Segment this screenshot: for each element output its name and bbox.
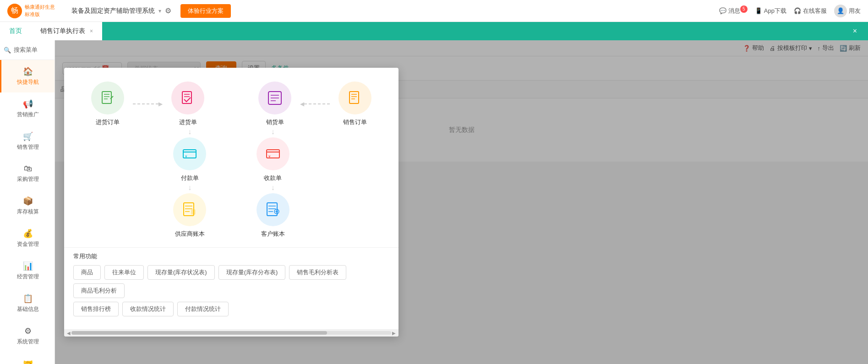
sidebar-item-quicknav[interactable]: 🏠 快捷导航 (0, 60, 55, 92)
flow-node-sale-bill[interactable]: 销货单 (250, 81, 300, 126)
top-header: 畅 畅康通好生意 标准版 装备及固定资产辅助管理系统 ▾ ⚙ 体验行业方案 💬 … (0, 0, 868, 22)
supplier-account-label: 供应商账本 (175, 230, 205, 238)
sidebar-item-inventory[interactable]: 📦 库存核算 (0, 190, 55, 222)
try-btn[interactable]: 体验行业方案 (180, 4, 231, 18)
func-btn-stock-status[interactable]: 现存量(库存状况表) (147, 265, 215, 280)
service-icon: 🎧 (794, 7, 801, 14)
svg-text:¥: ¥ (268, 154, 271, 158)
down-arrow-receipt: ↓ (271, 184, 275, 191)
username: 用友 (849, 7, 861, 15)
common-func-title: 常用功能 (73, 252, 389, 261)
flow-node-supplier-account[interactable]: 供应商账本 (166, 193, 214, 238)
flow-node-purchase-bill[interactable]: 进货单 (163, 81, 213, 126)
func-btn-sales-rank[interactable]: 销售排行榜 (73, 302, 119, 316)
sidebar-item-marketing[interactable]: 📢 营销推广 (0, 92, 55, 125)
online-service-btn[interactable]: 🎧 在线客服 (794, 7, 827, 15)
flow-node-payment[interactable]: ¥ 付款单 (166, 137, 214, 182)
flow-area: 进货订单 ▶ 进货单 (64, 68, 399, 247)
sidebar-item-collab[interactable]: 🤝 企业协同 (0, 352, 55, 364)
sidebar-item-basic-label: 基础信息 (17, 305, 39, 313)
online-service-label: 在线客服 (803, 7, 827, 15)
inventory-icon: 📦 (23, 196, 33, 206)
tab-home[interactable]: 首页 (0, 22, 31, 40)
down-arrow-pb: ↓ (188, 128, 191, 136)
scroll-left-arrow[interactable]: ◀ (66, 331, 71, 336)
func-btn-counterpart[interactable]: 往来单位 (104, 265, 144, 280)
gear-icon[interactable]: ⚙ (165, 6, 171, 15)
func-btn-product[interactable]: 商品 (73, 265, 101, 280)
search-menu[interactable]: 🔍 搜索菜单 (0, 40, 55, 60)
sidebar: 🔍 搜索菜单 🏠 快捷导航 📢 营销推广 🛒 销售管理 🛍 采购管理 📦 库存核… (0, 40, 55, 364)
search-icon: 🔍 (4, 47, 11, 54)
supplier-account-icon (173, 193, 206, 226)
flow-row-1: 进货订单 ▶ 进货单 (82, 81, 380, 126)
download-icon: 📱 (755, 7, 762, 14)
dropdown-arrow-icon[interactable]: ▾ (158, 8, 161, 14)
avatar: 👤 (834, 5, 847, 17)
collab-icon: 🤝 (23, 359, 33, 364)
receipt-icon: ¥ (257, 137, 289, 170)
main-layout: 🔍 搜索菜单 🏠 快捷导航 📢 营销推广 🛒 销售管理 🛍 采购管理 📦 库存核… (0, 40, 868, 364)
marketing-icon: 📢 (23, 99, 33, 109)
modal-overlay[interactable]: 进货订单 ▶ 进货单 (55, 40, 868, 364)
message-btn[interactable]: 💬 消息 5 (719, 7, 748, 15)
sidebar-item-finance[interactable]: 💰 资金管理 (0, 222, 55, 255)
message-icon: 💬 (719, 7, 726, 14)
func-btn-stock-dist[interactable]: 现存量(库存分布表) (218, 265, 286, 280)
svg-rect-25 (191, 210, 195, 214)
flow-row-arrows-down2: ↓ ↓ (82, 184, 380, 191)
func-btns-row2: 销售排行榜 收款情况统计 付款情况统计 (73, 302, 389, 316)
svg-rect-0 (102, 92, 111, 103)
flow-node-customer-account[interactable]: 客户账本 (249, 193, 297, 238)
receipt-label: 收款单 (264, 174, 282, 182)
sale-bill-icon (258, 81, 291, 114)
sidebar-item-purchase[interactable]: 🛍 采购管理 (0, 158, 55, 190)
sale-bill-label: 销货单 (266, 118, 284, 126)
flow-row-2: ¥ 付款单 ¥ 收款单 (82, 137, 380, 182)
sidebar-item-system[interactable]: ⚙ 系统管理 (0, 320, 55, 352)
flow-node-sale-order[interactable]: 销售订单 (330, 81, 380, 126)
sidebar-item-sales[interactable]: 🛒 销售管理 (0, 125, 55, 158)
close-all-btn[interactable]: × (849, 27, 861, 35)
app-download-btn[interactable]: 📱 App下载 (755, 7, 786, 15)
arrow-sb-to-so: ◀ (300, 101, 330, 107)
func-btn-product-profit[interactable]: 商品毛利分析 (73, 283, 125, 298)
logo-text: 畅康通好生意 标准版 (25, 4, 55, 18)
app-download-label: App下载 (764, 7, 786, 15)
purchase-icon: 🛍 (24, 164, 32, 174)
svg-rect-11 (349, 92, 359, 103)
sidebar-item-quicknav-label: 快捷导航 (17, 78, 39, 86)
func-btn-sales-profit[interactable]: 销售毛利分析表 (289, 265, 346, 280)
modal-scrollbar[interactable]: ◀ ▶ (64, 329, 399, 337)
message-label: 消息 (728, 7, 740, 15)
flow-node-receipt[interactable]: ¥ 收款单 (249, 137, 297, 182)
customer-account-icon (257, 193, 289, 226)
scroll-thumb[interactable] (71, 331, 327, 335)
flow-node-purchase-order[interactable]: 进货订单 (82, 81, 133, 126)
search-menu-label: 搜索菜单 (14, 46, 38, 54)
system-name-area: 装备及固定资产辅助管理系统 ▾ ⚙ 体验行业方案 (71, 4, 719, 18)
sidebar-item-operation[interactable]: 📊 经营管理 (0, 255, 55, 287)
func-btn-payment-stats[interactable]: 付款情况统计 (177, 302, 229, 316)
sidebar-item-basic[interactable]: 📋 基础信息 (0, 287, 55, 320)
modal-dialog: 进货订单 ▶ 进货单 (64, 68, 399, 337)
basic-icon: 📋 (23, 293, 33, 304)
tab-close-icon[interactable]: × (90, 28, 93, 34)
sale-order-icon (338, 81, 371, 114)
sidebar-item-system-label: 系统管理 (17, 338, 39, 346)
sidebar-item-sales-label: 销售管理 (17, 143, 39, 151)
content-area: ❓ 帮助 🖨 按模板打印 ▾ ↑ 导出 🔄 刷新 (55, 40, 868, 364)
purchase-order-icon (91, 81, 124, 114)
scroll-right-arrow[interactable]: ▶ (391, 331, 397, 336)
logo-icon: 畅 (7, 4, 22, 18)
purchase-bill-icon (171, 81, 204, 114)
purchase-bill-label: 进货单 (179, 118, 197, 126)
header-right: 💬 消息 5 📱 App下载 🎧 在线客服 👤 用友 (719, 5, 861, 17)
user-area[interactable]: 👤 用友 (834, 5, 861, 17)
nav-tabs: 首页 销售订单执行表 × × (0, 22, 868, 40)
scroll-track[interactable] (71, 331, 391, 335)
sales-icon: 🛒 (23, 131, 33, 141)
func-btn-receipt-stats[interactable]: 收款情况统计 (122, 302, 174, 316)
tab-active[interactable]: 销售订单执行表 × (31, 22, 102, 40)
arrow-po-to-pb: ▶ (133, 101, 163, 107)
